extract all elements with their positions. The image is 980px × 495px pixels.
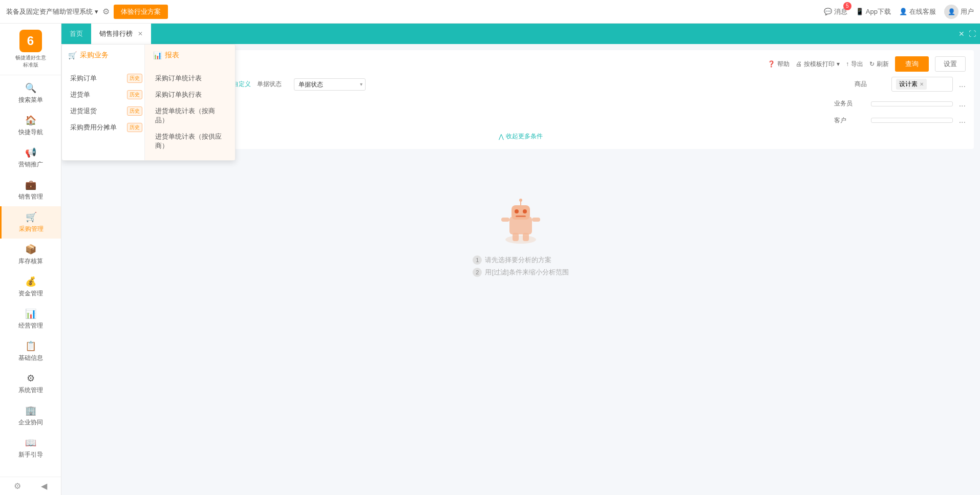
user-button[interactable]: 👤 用户 bbox=[944, 5, 974, 19]
sidebar-label-finance: 资金管理 bbox=[18, 289, 43, 298]
tab-home-label: 首页 bbox=[70, 29, 83, 38]
collapse-up-icon: ⋀ bbox=[499, 133, 504, 140]
customer-dots[interactable]: ... bbox=[959, 116, 966, 125]
operation-icon: 📊 bbox=[25, 308, 36, 319]
menu-item-inbound-stats-goods[interactable]: 进货单统计表（按商品） bbox=[153, 103, 229, 128]
online-service-button[interactable]: 👤 在线客服 bbox=[899, 7, 936, 16]
sidebar-collapse-icon[interactable]: ◀ bbox=[41, 481, 47, 491]
tab-fullscreen-icon[interactable]: ⛶ bbox=[969, 30, 976, 38]
inbound-return-badge: 历史 bbox=[127, 106, 142, 116]
sidebar-label-search: 搜索菜单 bbox=[18, 96, 43, 104]
sidebar-label-sales: 销售管理 bbox=[18, 192, 43, 201]
menu-item-inbound[interactable]: 进货单 历史 bbox=[68, 87, 144, 103]
sidebar-item-system[interactable]: ⚙ 系统管理 bbox=[0, 368, 61, 400]
print-icon: 🖨 bbox=[796, 60, 802, 68]
status-filter-label: 单据状态 bbox=[257, 80, 288, 89]
purchase-business-title: 🛒 采购业务 bbox=[68, 51, 144, 64]
app-download-label: App下载 bbox=[866, 7, 891, 16]
svg-rect-11 bbox=[523, 233, 529, 241]
goods-filter-wrap: 设计素 ✕ bbox=[891, 77, 953, 92]
sidebar-label-guide: 新手引导 bbox=[18, 450, 43, 459]
goods-tag-remove[interactable]: ✕ bbox=[920, 81, 924, 87]
goods-filter-label: 商品 bbox=[855, 80, 885, 89]
sidebar-item-purchase[interactable]: 🛒 采购管理 bbox=[0, 206, 61, 239]
sidebar-label-base: 基础信息 bbox=[18, 354, 43, 362]
online-service-label: 在线客服 bbox=[909, 7, 936, 16]
menu-item-purchase-fee[interactable]: 采购费用分摊单 历史 bbox=[68, 119, 144, 136]
app-logo-icon: 6 bbox=[19, 30, 42, 52]
salesman-input-wrap[interactable] bbox=[871, 101, 953, 106]
purchase-business-icon: 🛒 bbox=[68, 51, 77, 59]
menu-item-po-stats[interactable]: 采购订单统计表 bbox=[153, 70, 229, 87]
sidebar-item-enterprise[interactable]: 🏢 企业协同 bbox=[0, 400, 61, 432]
top-bar: 装备及固定资产辅助管理系统 ▾ ⚙ 体验行业方案 💬 消息 5 📱 App下载 … bbox=[0, 0, 980, 24]
menu-item-inbound-return[interactable]: 进货退货 历史 bbox=[68, 103, 144, 119]
messages-button[interactable]: 💬 消息 5 bbox=[824, 7, 847, 16]
sidebar-item-inventory[interactable]: 📦 库存核算 bbox=[0, 239, 61, 271]
customer-input-wrap[interactable] bbox=[871, 118, 953, 123]
sidebar-footer: ⚙ ◀ bbox=[0, 477, 61, 495]
tab-close-all-icon[interactable]: ✕ bbox=[958, 30, 965, 38]
svg-point-3 bbox=[515, 209, 519, 213]
main-area: 6 畅捷通好生意 标准版 🔍 搜索菜单 🏠 快捷导航 📢 bbox=[0, 24, 980, 495]
menu-item-po-exec[interactable]: 采购订单执行表 bbox=[153, 87, 229, 103]
tab-actions: ✕ ⛶ bbox=[958, 30, 980, 38]
sidebar-item-sales[interactable]: 💼 销售管理 bbox=[0, 174, 61, 206]
app-download-button[interactable]: 📱 App下载 bbox=[856, 7, 891, 16]
base-icon: 📋 bbox=[25, 340, 36, 352]
sidebar-item-quicknav[interactable]: 🏠 快捷导航 bbox=[0, 110, 61, 142]
sidebar-label-purchase: 采购管理 bbox=[19, 225, 44, 233]
menu-item-inbound-stats-supplier[interactable]: 进货单统计表（按供应商） bbox=[153, 128, 229, 154]
sidebar-item-guide[interactable]: 📖 新手引导 bbox=[0, 432, 61, 464]
collapse-text: 收起更多条件 bbox=[506, 132, 543, 141]
purchase-icon: 🛒 bbox=[26, 211, 37, 223]
sales-icon: 💼 bbox=[25, 179, 36, 190]
sidebar-label-quicknav: 快捷导航 bbox=[18, 128, 43, 137]
print-chevron-icon: ▾ bbox=[837, 60, 840, 68]
svg-rect-5 bbox=[516, 216, 526, 217]
message-icon: 💬 bbox=[824, 8, 832, 15]
sidebar-item-base[interactable]: 📋 基础信息 bbox=[0, 335, 61, 368]
system-title-dropdown[interactable]: 装备及固定资产辅助管理系统 ▾ bbox=[6, 7, 98, 16]
empty-hint-2: 用[过滤]条件来缩小分析范围 bbox=[473, 268, 568, 277]
settings-button[interactable]: 设置 bbox=[935, 56, 966, 72]
svg-rect-8 bbox=[501, 218, 509, 222]
svg-rect-2 bbox=[512, 205, 530, 220]
salesman-filter-label: 业务员 bbox=[834, 99, 865, 108]
help-button[interactable]: ❓ 帮助 bbox=[768, 60, 790, 69]
refresh-icon: ↻ bbox=[869, 60, 875, 68]
tab-sales-rank-label: 销售排行榜 bbox=[99, 29, 133, 38]
system-icon: ⚙ bbox=[27, 373, 35, 384]
sidebar-settings-icon[interactable]: ⚙ bbox=[14, 481, 21, 491]
purchase-report-title: 📊 报表 bbox=[153, 51, 229, 64]
menu-item-purchase-order[interactable]: 采购订单 历史 bbox=[68, 70, 144, 87]
query-button[interactable]: 查询 bbox=[895, 56, 929, 72]
sidebar-item-finance[interactable]: 💰 资金管理 bbox=[0, 271, 61, 303]
status-select[interactable]: 单据状态 bbox=[294, 78, 366, 91]
inbound-badge: 历史 bbox=[127, 90, 142, 99]
salesman-dots[interactable]: ... bbox=[959, 99, 966, 109]
sidebar-label-system: 系统管理 bbox=[18, 386, 43, 395]
print-button[interactable]: 🖨 按模板打印 ▾ bbox=[796, 60, 840, 69]
empty-hints: 请先选择要分析的方案 用[过滤]条件来缩小分析范围 bbox=[473, 255, 568, 280]
svg-point-7 bbox=[519, 199, 522, 202]
tab-home[interactable]: 首页 bbox=[61, 24, 91, 44]
trial-button[interactable]: 体验行业方案 bbox=[114, 5, 168, 19]
enterprise-icon: 🏢 bbox=[25, 405, 36, 416]
refresh-button[interactable]: ↻ 刷新 bbox=[869, 60, 889, 69]
content-area: 首页 销售排行榜 ✕ 🛒 采购业务 采购订单 bbox=[61, 24, 980, 495]
sidebar-item-operation[interactable]: 📊 经营管理 bbox=[0, 303, 61, 335]
status-select-wrap[interactable]: 单据状态 bbox=[294, 78, 366, 91]
home-icon: 🏠 bbox=[25, 115, 36, 126]
export-button[interactable]: ↑ 导出 bbox=[846, 60, 863, 69]
sidebar-label-enterprise: 企业协同 bbox=[18, 418, 43, 427]
sidebar-item-search[interactable]: 🔍 搜索菜单 bbox=[0, 77, 61, 110]
svg-rect-10 bbox=[513, 233, 519, 241]
tab-sales-rank[interactable]: 销售排行榜 ✕ bbox=[91, 24, 151, 44]
tab-sales-rank-close[interactable]: ✕ bbox=[138, 30, 143, 37]
system-settings-icon[interactable]: ⚙ bbox=[102, 7, 110, 16]
marketing-icon: 📢 bbox=[25, 147, 36, 158]
svg-point-0 bbox=[505, 235, 536, 244]
goods-filter-dots[interactable]: ... bbox=[959, 80, 966, 89]
sidebar-item-marketing[interactable]: 📢 营销推广 bbox=[0, 142, 61, 174]
